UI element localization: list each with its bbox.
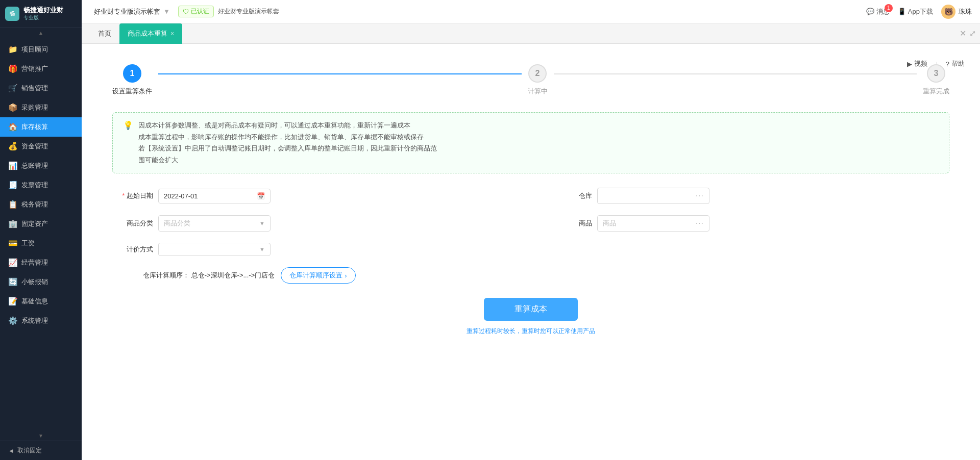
- sidebar-footer[interactable]: ◄ 取消固定: [0, 441, 82, 460]
- tab-home[interactable]: 首页: [90, 23, 119, 44]
- product-label: 商品: [551, 219, 592, 228]
- info-box: 💡 因成本计算参数调整、或是对商品成本有疑问时，可以通过成本重算功能，重新计算一…: [112, 112, 949, 173]
- help-label: 帮助: [951, 59, 965, 68]
- warehouse-dots-btn[interactable]: ···: [696, 191, 704, 200]
- info-line: 围可能会扩大: [138, 155, 437, 166]
- verified-company: 好业财专业版演示帐套: [218, 7, 279, 16]
- warehouse-order-row: 仓库计算顺序： 总仓->深圳仓库->...->门店仓 仓库计算顺序设置 ›: [112, 267, 949, 284]
- sidebar-item-basic[interactable]: 📝 基础信息: [0, 292, 82, 311]
- product-input[interactable]: 商品 ···: [597, 215, 709, 232]
- hint-text: 重算过程耗时较长，重算时您可以正常使用产品: [112, 327, 949, 336]
- sidebar-item-label-basic: 基础信息: [21, 297, 48, 306]
- info-line: 成本重算过程中，影响库存账的操作均不能操作，比如进货单、销货单、库存单据不能审核…: [138, 132, 437, 143]
- sidebar-item-invoice[interactable]: 🧾 发票管理: [0, 175, 82, 195]
- avatar: 🐻: [941, 5, 955, 19]
- content-area: ▶ 视频 | ? 帮助 1 设置重算条件 2 计算中 3 重算完成 💡 因成本计…: [82, 44, 980, 460]
- window-close-icon[interactable]: ✕: [960, 29, 966, 38]
- sidebar-item-label-system: 系统管理: [21, 316, 48, 325]
- user-profile[interactable]: 🐻 珠珠: [941, 5, 972, 19]
- calendar-icon[interactable]: 📅: [257, 192, 265, 200]
- sidebar-app-title: 畅捷通好业财: [23, 6, 63, 14]
- pricing-select[interactable]: ▼: [158, 243, 271, 256]
- start-date-label: 起始日期: [112, 191, 153, 200]
- sidebar-scroll-up[interactable]: ▲: [0, 28, 82, 38]
- messages-button[interactable]: 💬 消息 1: [866, 7, 890, 16]
- steps: 1 设置重算条件 2 计算中 3 重算完成: [112, 59, 949, 96]
- sidebar-item-accounting[interactable]: 📊 总账管理: [0, 156, 82, 175]
- sidebar-item-label-tax: 税务管理: [21, 200, 48, 209]
- unpin-label: 取消固定: [17, 446, 42, 455]
- step-label-3: 重算完成: [923, 87, 949, 96]
- assets-icon: 🏢: [8, 219, 17, 228]
- shield-icon: 🛡: [183, 8, 189, 15]
- step-circle-1: 1: [123, 64, 141, 83]
- sidebar-item-project[interactable]: 📁 项目顾问: [0, 40, 82, 59]
- pricing-chevron-icon: ▼: [259, 246, 265, 252]
- sidebar-item-operation[interactable]: 📈 经营管理: [0, 253, 82, 272]
- sidebar-item-finance[interactable]: 💰 资金管理: [0, 137, 82, 156]
- form-section: 起始日期 2022-07-01 📅 仓库 ···: [112, 188, 949, 256]
- info-icon: 💡: [123, 120, 133, 166]
- recalc-button[interactable]: 重算成本: [484, 298, 578, 321]
- sidebar: 畅 畅捷通好业财 专业版 ▲ 📁 项目顾问 🎁 营销推广 🛒 销售管理 📦 采购…: [0, 0, 82, 460]
- sidebar-title-block: 畅捷通好业财 专业版: [23, 6, 63, 21]
- sidebar-item-system[interactable]: ⚙️ 系统管理: [0, 311, 82, 330]
- sidebar-item-label-sales: 销售管理: [21, 84, 48, 93]
- sidebar-item-marketing[interactable]: 🎁 营销推广: [0, 59, 82, 79]
- message-icon: 💬: [866, 8, 874, 15]
- sidebar-item-salary[interactable]: 💳 工资: [0, 234, 82, 253]
- sidebar-nav: 📁 项目顾问 🎁 营销推广 🛒 销售管理 📦 采购管理 🏠 库存核算 💰 资金管…: [0, 38, 82, 431]
- start-date-field: 起始日期 2022-07-01 📅: [112, 189, 510, 203]
- app-download-button[interactable]: 📱 App下载: [898, 7, 933, 16]
- phone-icon: 📱: [898, 8, 906, 15]
- sidebar-item-inventory[interactable]: 🏠 库存核算: [0, 117, 82, 137]
- sidebar-item-label-assets: 固定资产: [21, 219, 48, 228]
- chevron-right-icon: ›: [345, 272, 347, 279]
- category-placeholder: 商品分类: [164, 219, 190, 228]
- sidebar-item-label-project: 项目顾问: [21, 45, 48, 54]
- verified-badge: 🛡 已认证: [178, 6, 214, 17]
- warehouse-order-settings-btn[interactable]: 仓库计算顺序设置 ›: [281, 267, 355, 284]
- category-label: 商品分类: [112, 219, 153, 228]
- warehouse-order-value: 总仓->深圳仓库->...->门店仓: [191, 271, 275, 279]
- info-line: 若【系统设置】中启用了自动调整记账日期时，会调整入库单的整单记账日期，因此重新计…: [138, 143, 437, 155]
- salary-icon: 💳: [8, 239, 17, 248]
- category-field: 商品分类 商品分类 ▼: [112, 215, 510, 232]
- tab-cost-recalc[interactable]: 商品成本重算 ×: [119, 23, 182, 44]
- sidebar-scroll-down[interactable]: ▼: [0, 431, 82, 441]
- unpin-icon: ◄: [8, 447, 14, 454]
- sidebar-item-tax[interactable]: 📋 税务管理: [0, 195, 82, 214]
- sidebar-item-expense[interactable]: 🔄 小畅报销: [0, 272, 82, 292]
- tabbar: 首页 商品成本重算 × ✕ ⤢: [82, 23, 980, 44]
- product-dots-btn[interactable]: ···: [696, 219, 704, 228]
- system-icon: ⚙️: [8, 316, 17, 325]
- step-line-2: [554, 73, 917, 74]
- sidebar-item-label-finance: 资金管理: [21, 142, 48, 151]
- operation-icon: 📈: [8, 258, 17, 267]
- pricing-field: 计价方式 ▼: [112, 243, 949, 256]
- sidebar-item-purchase[interactable]: 📦 采购管理: [0, 98, 82, 117]
- start-date-input[interactable]: 2022-07-01 📅: [158, 189, 271, 203]
- home-tab-label: 首页: [98, 29, 111, 38]
- sidebar-item-assets[interactable]: 🏢 固定资产: [0, 214, 82, 234]
- purchase-icon: 📦: [8, 103, 17, 112]
- product-placeholder: 商品: [603, 219, 616, 228]
- sidebar-item-sales[interactable]: 🛒 销售管理: [0, 79, 82, 98]
- info-text: 因成本计算参数调整、或是对商品成本有疑问时，可以通过成本重算功能，重新计算一遍成…: [138, 120, 437, 166]
- sidebar-item-label-expense: 小畅报销: [21, 277, 48, 287]
- account-selector[interactable]: 好业财专业版演示帐套 ▼: [90, 5, 174, 18]
- warehouse-input[interactable]: ···: [597, 188, 709, 204]
- form-row-2: 商品分类 商品分类 ▼ 商品 商品 ···: [112, 215, 949, 232]
- sidebar-item-label-accounting: 总账管理: [21, 161, 48, 170]
- warehouse-order-btn-label: 仓库计算顺序设置: [289, 271, 342, 280]
- project-icon: 📁: [8, 45, 17, 54]
- message-badge: 1: [885, 4, 893, 12]
- sidebar-item-label-operation: 经营管理: [21, 258, 48, 267]
- step-circle-2: 2: [528, 64, 547, 83]
- warehouse-order-label: 仓库计算顺序： 总仓->深圳仓库->...->门店仓: [143, 271, 275, 280]
- category-select[interactable]: 商品分类 ▼: [158, 215, 271, 232]
- window-expand-icon[interactable]: ⤢: [969, 29, 976, 38]
- logo-text: 畅: [10, 10, 15, 17]
- tab-close-icon[interactable]: ×: [170, 30, 174, 37]
- pricing-label: 计价方式: [112, 245, 153, 254]
